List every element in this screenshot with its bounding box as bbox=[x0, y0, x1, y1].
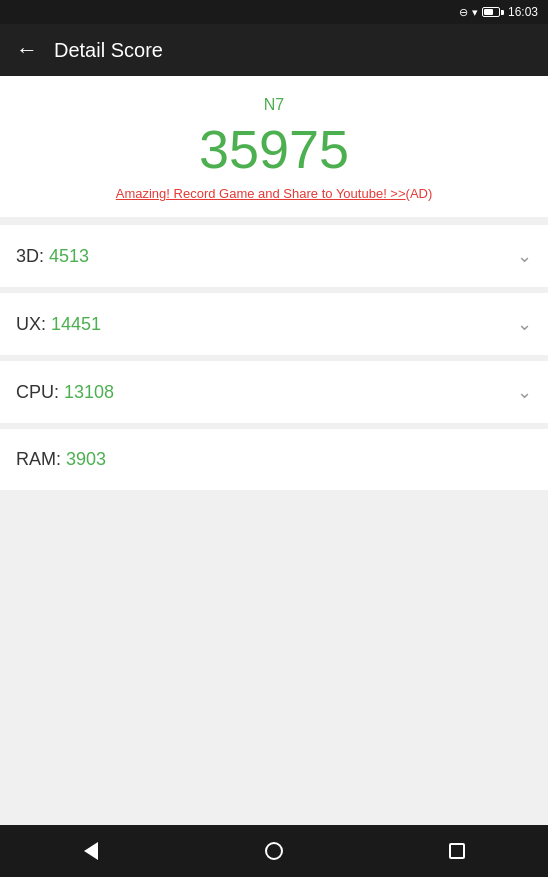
score-value-cpu: 13108 bbox=[64, 382, 114, 402]
ad-amazing-text[interactable]: Amazing! Record Game and Share to Youtub… bbox=[116, 186, 406, 201]
main-content: N7 35975 Amazing! Record Game and Share … bbox=[0, 76, 548, 825]
score-row-ux[interactable]: UX: 14451 ⌄ bbox=[0, 293, 548, 355]
page-title: Detail Score bbox=[54, 39, 163, 62]
bottom-nav bbox=[0, 825, 548, 877]
chevron-down-icon-cpu: ⌄ bbox=[517, 381, 532, 403]
back-button[interactable]: ← bbox=[16, 37, 38, 63]
back-nav-icon bbox=[84, 842, 98, 860]
status-time: 16:03 bbox=[508, 5, 538, 19]
score-label-ux: UX: 14451 bbox=[16, 314, 101, 335]
status-icons: ⊖ ▾ 16:03 bbox=[459, 5, 538, 19]
chevron-down-icon-ux: ⌄ bbox=[517, 313, 532, 335]
score-value-3d: 4513 bbox=[49, 246, 89, 266]
score-prefix-ram: RAM: bbox=[16, 449, 66, 469]
score-prefix-3d: 3D: bbox=[16, 246, 49, 266]
ad-banner[interactable]: Amazing! Record Game and Share to Youtub… bbox=[116, 186, 433, 201]
do-not-disturb-icon: ⊖ bbox=[459, 6, 468, 19]
score-row-cpu[interactable]: CPU: 13108 ⌄ bbox=[0, 361, 548, 423]
score-row-ram[interactable]: RAM: 3903 bbox=[0, 429, 548, 490]
back-nav-button[interactable] bbox=[61, 831, 121, 871]
score-row-3d[interactable]: 3D: 4513 ⌄ bbox=[0, 225, 548, 287]
recents-nav-button[interactable] bbox=[427, 831, 487, 871]
scores-container: 3D: 4513 ⌄ UX: 14451 ⌄ CPU: 13108 ⌄ RAM:… bbox=[0, 225, 548, 490]
home-nav-button[interactable] bbox=[244, 831, 304, 871]
device-name: N7 bbox=[264, 96, 284, 114]
score-label-cpu: CPU: 13108 bbox=[16, 382, 114, 403]
score-value-ux: 14451 bbox=[51, 314, 101, 334]
chevron-down-icon-3d: ⌄ bbox=[517, 245, 532, 267]
score-value-ram: 3903 bbox=[66, 449, 106, 469]
score-prefix-ux: UX: bbox=[16, 314, 51, 334]
home-nav-icon bbox=[265, 842, 283, 860]
score-label-3d: 3D: 4513 bbox=[16, 246, 89, 267]
recents-nav-icon bbox=[449, 843, 465, 859]
ad-label: (AD) bbox=[406, 186, 433, 201]
header-card: N7 35975 Amazing! Record Game and Share … bbox=[0, 76, 548, 217]
battery-icon bbox=[482, 7, 504, 17]
top-bar: ← Detail Score bbox=[0, 24, 548, 76]
score-prefix-cpu: CPU: bbox=[16, 382, 64, 402]
total-score: 35975 bbox=[199, 122, 349, 176]
score-label-ram: RAM: 3903 bbox=[16, 449, 106, 470]
status-bar: ⊖ ▾ 16:03 bbox=[0, 0, 548, 24]
wifi-icon: ▾ bbox=[472, 6, 478, 19]
